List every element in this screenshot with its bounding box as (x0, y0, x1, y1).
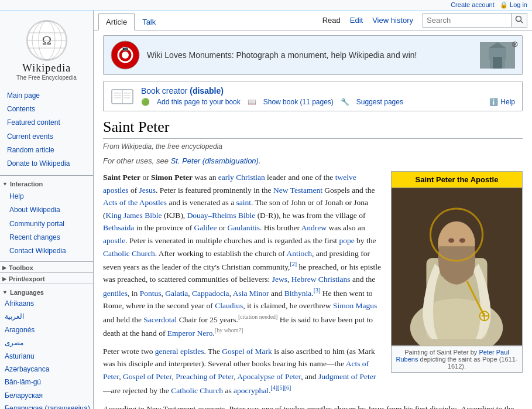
book-sep1: 📖 (248, 98, 256, 106)
book-help: ℹ️ Help (489, 98, 515, 106)
link-jews[interactable]: Jews (272, 275, 287, 284)
infobox-title: Saint Peter the Apostle (392, 172, 522, 188)
toolbox-header[interactable]: ▶ Toolbox (0, 262, 93, 272)
print-header[interactable]: ▶ Print/export (0, 273, 93, 284)
print-triangle: ▶ (2, 276, 6, 282)
link-general-epistles[interactable]: general epistles (155, 347, 204, 356)
lang-belarusian[interactable]: Беларуская (0, 389, 93, 402)
link-bethsaida[interactable]: Bethsaida (103, 223, 134, 232)
link-gaulanitis[interactable]: Gaulanitis (228, 223, 260, 232)
banner-text: Wiki Loves Monuments: Photograph a monum… (147, 50, 475, 60)
toolbox-section: ▶ Toolbox (0, 261, 93, 272)
infobox-caption: Painting of Saint Peter by Peter Paul Ru… (392, 346, 522, 372)
log-in-link[interactable]: Log in (510, 1, 527, 8)
article-paragraph-3: According to New Testament accounts, Pet… (103, 403, 523, 409)
link-emperor-nero[interactable]: Emperor Nero (167, 328, 213, 337)
link-hebrew-christians[interactable]: Hebrew Christians (291, 275, 351, 284)
sidebar-item-current-events[interactable]: Current events (2, 130, 91, 144)
lang-azerbaijani[interactable]: Azərbaycanca (0, 363, 93, 376)
sidebar-item-contact[interactable]: Contact Wikipedia (0, 244, 93, 258)
link-judgment-of-peter[interactable]: Judgment of Peter (318, 372, 376, 381)
link-gentiles[interactable]: gentiles (103, 288, 128, 297)
page-content: 📷 Wiki Loves Monuments: Photograph a mon… (94, 30, 532, 409)
tab-edit[interactable]: Edit (345, 13, 368, 27)
link-catholic-church-2[interactable]: Catholic Church (171, 386, 223, 394)
search-button[interactable] (511, 13, 527, 27)
link-asia-minor[interactable]: Asia Minor (233, 288, 269, 297)
svg-text:📷: 📷 (122, 45, 128, 51)
from-wikipedia: From Wikipedia, the free encyclopedia (103, 142, 523, 151)
add-page-link[interactable]: Add this page to your book (157, 98, 241, 106)
lang-arabic[interactable]: العربية (0, 310, 93, 323)
book-creator-disable[interactable]: (disable) (190, 86, 224, 96)
interaction-header[interactable]: ▼ Interaction (0, 178, 93, 189)
sidebar-item-about[interactable]: About Wikipedia (0, 203, 93, 217)
rubens-link[interactable]: Peter Paul Rubens (396, 349, 509, 363)
link-drb[interactable]: Douay–Rheims Bible (187, 211, 256, 220)
page-title: Saint Peter (103, 118, 523, 139)
link-sacerdotal[interactable]: Sacerdotal (143, 315, 177, 323)
interaction-label: Interaction (10, 180, 43, 188)
suggest-pages-link[interactable]: Suggest pages (356, 98, 403, 106)
link-kjb[interactable]: King James Bible (106, 211, 162, 220)
link-gospel-of-peter[interactable]: Gospel of Peter (123, 372, 171, 381)
sidebar-item-random[interactable]: Random article (2, 144, 91, 157)
sidebar-item-donate[interactable]: Donate to Wikipedia (2, 157, 91, 171)
lang-afrikaans[interactable]: Afrikaans (0, 297, 93, 310)
sidebar-item-community[interactable]: Community portal (0, 217, 93, 231)
link-galatia[interactable]: Galatia (165, 288, 188, 297)
lang-masri[interactable]: مصرى (0, 336, 93, 349)
link-andrew[interactable]: Andrew (301, 223, 327, 232)
search-input[interactable] (423, 14, 511, 26)
lang-asturianu[interactable]: Asturianu (0, 350, 93, 363)
link-bithynia[interactable]: Bithynia (284, 288, 312, 297)
lang-belarusian-tarask[interactable]: Беларуская (тарашкевіца) (0, 402, 93, 409)
link-apostle[interactable]: apostle (103, 236, 125, 245)
lang-aragonese[interactable]: Aragonés (0, 323, 93, 336)
languages-section: ▼ Languages Afrikaans العربية Aragonés م… (0, 284, 93, 409)
link-pontus[interactable]: Pontus (140, 288, 162, 297)
show-book-link[interactable]: Show book (11 pages) (263, 98, 334, 106)
monument-image (480, 42, 515, 69)
languages-header[interactable]: ▼ Languages (0, 287, 93, 297)
tab-talk[interactable]: Talk (135, 13, 163, 30)
create-account-link[interactable]: Create account (451, 1, 495, 8)
link-preaching-of-peter[interactable]: Preaching of Peter (176, 372, 234, 381)
link-acts[interactable]: Acts of the Apostles (103, 198, 167, 207)
banner-close-button[interactable]: ⊗ (512, 39, 519, 49)
link-galilee[interactable]: Galilee (194, 223, 217, 232)
tab-read[interactable]: Read (318, 13, 345, 27)
book-creator-content: Book creator (disable) 🟢 Add this page t… (141, 86, 515, 106)
disambiguation-link[interactable]: St. Peter (disambiguation) (171, 156, 259, 165)
link-saint[interactable]: saint (236, 198, 252, 207)
link-jesus[interactable]: Jesus (139, 186, 156, 195)
link-apocryphal[interactable]: apocryphal (234, 386, 269, 394)
camera-icon-svg: 📷 (111, 40, 140, 70)
sidebar-item-recent[interactable]: Recent changes (0, 231, 93, 244)
lang-triangle: ▼ (2, 289, 8, 295)
tab-view-history[interactable]: View history (368, 13, 418, 27)
link-gospel-of-mark[interactable]: Gospel of Mark (222, 347, 272, 356)
link-pope[interactable]: pope (339, 236, 354, 245)
link-catholic-church[interactable]: Catholic Church (103, 249, 155, 258)
help-link[interactable]: Help (500, 98, 515, 106)
tab-article[interactable]: Article (98, 13, 135, 30)
link-apocalypse-of-peter[interactable]: Apocalypse of Peter (237, 372, 301, 381)
link-simon-magus[interactable]: Simon Magus (333, 301, 377, 310)
sidebar-item-help[interactable]: Help (0, 190, 93, 203)
wiki-subtitle: The Free Encyclopedia (2, 74, 91, 81)
svg-rect-19 (505, 60, 512, 69)
sidebar-item-featured[interactable]: Featured content (2, 116, 91, 129)
link-claudius[interactable]: Claudius (215, 301, 243, 310)
sidebar-item-contents[interactable]: Contents (2, 103, 91, 116)
sidebar-item-main-page[interactable]: Main page (2, 89, 91, 103)
sidebar-main-nav: Main page Contents Featured content Curr… (0, 84, 93, 176)
wiki-loves-monuments-banner: 📷 Wiki Loves Monuments: Photograph a mon… (103, 35, 523, 75)
sidebar: Ω Wikipedia The Free Encyclopedia Main p… (0, 11, 94, 409)
link-early-christian[interactable]: early Christian (218, 173, 265, 182)
link-antioch[interactable]: Antioch (286, 249, 312, 258)
lang-banlam[interactable]: Bân-lâm-gú (0, 376, 93, 388)
link-cappadocia[interactable]: Cappadocia (192, 288, 229, 297)
book-icon-green: 🟢 (141, 98, 150, 106)
link-new-testament[interactable]: New Testament (273, 186, 322, 195)
